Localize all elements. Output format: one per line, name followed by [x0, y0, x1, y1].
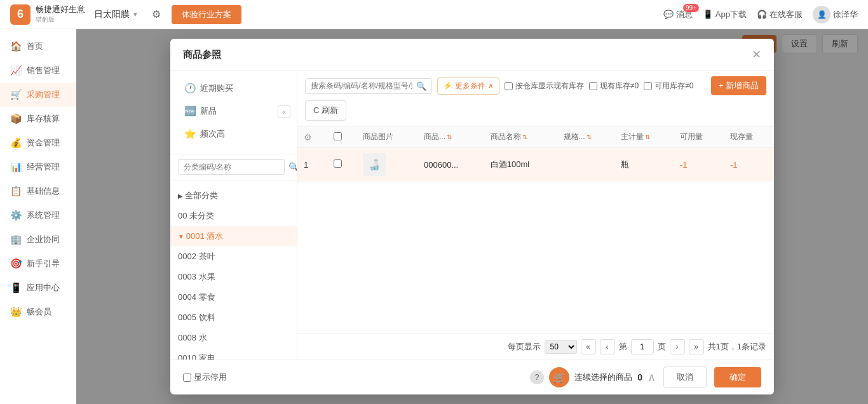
- cat-item-liquor[interactable]: 0001 酒水: [170, 226, 297, 246]
- cat-item-fruit[interactable]: 0003 水果: [170, 267, 297, 287]
- cat-item-all[interactable]: 全部分类: [170, 185, 297, 206]
- product-search-input[interactable]: [311, 81, 412, 90]
- row-checkbox[interactable]: [327, 148, 357, 182]
- next-page-btn[interactable]: ›: [670, 339, 685, 354]
- help-icon[interactable]: ?: [530, 370, 544, 384]
- settings-icon[interactable]: ⚙: [146, 4, 166, 25]
- cat-item-tea[interactable]: 0002 茶叶: [170, 246, 297, 267]
- user-profile-btn[interactable]: 👤 徐泽华: [813, 6, 858, 24]
- sidebar-item-finance[interactable]: 💰 资金管理: [0, 131, 76, 155]
- cat-item-beverages[interactable]: 0005 饮料: [170, 307, 297, 328]
- online-service-btn[interactable]: 🎧 在线客服: [757, 9, 803, 20]
- cat-item-appliances[interactable]: 0010 家电: [170, 348, 297, 360]
- product-table-wrap: ⚙ 商品图片 商品...⇅ 商品名称⇅ 规格...⇅ 主计量⇅ 可用量 现存量: [297, 126, 774, 333]
- warehouse-stock-checkbox[interactable]: [505, 82, 513, 90]
- row-image: 🍶: [356, 148, 417, 182]
- nav-new-products[interactable]: 🆕 新品: [177, 100, 241, 122]
- th-available: 可用量: [674, 126, 724, 148]
- row-code: 000600...: [417, 148, 484, 182]
- th-spec[interactable]: 规格...⇅: [557, 126, 614, 148]
- page-size-select[interactable]: 50 10 20 100: [545, 340, 577, 354]
- cat-item-water[interactable]: 0008 水: [170, 328, 297, 348]
- table-row[interactable]: 1 🍶 000600... 白酒100ml 瓶: [297, 148, 774, 182]
- row-no: 1: [297, 148, 327, 182]
- last-page-btn[interactable]: »: [689, 339, 704, 354]
- product-search-wrap: 🔍: [305, 78, 432, 94]
- nav-selector[interactable]: 日太阳膜 ▼: [86, 0, 146, 29]
- refresh-product-btn[interactable]: C 刷新: [305, 100, 346, 121]
- warehouse-stock-check[interactable]: 按仓库显示现有库存: [505, 81, 584, 91]
- available-stock-check[interactable]: 可用库存≠0: [644, 81, 693, 91]
- th-checkbox[interactable]: [327, 126, 357, 148]
- trial-btn[interactable]: 体验行业方案: [172, 5, 241, 24]
- spec-sort-icon: ⇅: [587, 133, 592, 140]
- logo-text: 畅捷通好生意: [36, 4, 85, 15]
- th-unit[interactable]: 主计量⇅: [614, 126, 674, 148]
- nav-frequent[interactable]: ⭐ 频次高: [177, 123, 241, 145]
- cart-label: 连续选择的商品: [574, 372, 632, 383]
- cart-icon[interactable]: 🛒: [549, 367, 569, 387]
- current-stock-checkbox[interactable]: [589, 82, 597, 90]
- confirm-btn[interactable]: 确定: [714, 367, 761, 387]
- management-icon: 📊: [10, 161, 22, 173]
- sidebar-item-sales[interactable]: 📈 销售管理: [0, 58, 76, 83]
- row-name: 白酒100ml: [484, 148, 557, 182]
- total-records: 共1页，1条记录: [708, 341, 766, 353]
- first-page-btn[interactable]: «: [581, 339, 596, 354]
- th-name[interactable]: 商品名称⇅: [484, 126, 557, 148]
- row-select-checkbox[interactable]: [334, 159, 342, 168]
- available-stock-checkbox[interactable]: [644, 82, 652, 90]
- cat-item-uncategorized[interactable]: 00 未分类: [170, 206, 297, 226]
- footer-cart-area: ? 🛒 连续选择的商品 0 ∧: [530, 367, 656, 387]
- row-stock: -1: [724, 148, 774, 182]
- sidebar-item-inventory[interactable]: 📦 库存核算: [0, 107, 76, 131]
- messages-btn[interactable]: 💬 消息 99+: [663, 9, 693, 20]
- table-header-row: ⚙ 商品图片 商品...⇅ 商品名称⇅ 规格...⇅ 主计量⇅ 可用量 现存量: [297, 126, 774, 148]
- more-filters-btn[interactable]: ⚡ 更多条件 ∧: [437, 77, 499, 95]
- th-settings[interactable]: ⚙: [297, 126, 327, 148]
- add-product-btn[interactable]: + 新增商品: [711, 76, 766, 95]
- sidebar-item-enterprise[interactable]: 🏢 企业协同: [0, 227, 76, 252]
- modal-close-icon[interactable]: ✕: [752, 48, 761, 62]
- enterprise-icon: 🏢: [10, 234, 22, 245]
- left-panel-top: 🕐 近期购买 🆕 新品 ⭐ 频次高: [170, 71, 297, 154]
- table-gear-icon[interactable]: ⚙: [304, 132, 312, 142]
- page-input[interactable]: [631, 339, 654, 354]
- sidebar-item-apps[interactable]: 📱 应用中心: [0, 276, 76, 300]
- prev-page-btn[interactable]: ‹: [600, 339, 615, 354]
- category-search-input[interactable]: [178, 159, 285, 175]
- sidebar-item-member[interactable]: 👑 畅会员: [0, 300, 76, 324]
- th-code[interactable]: 商品...⇅: [417, 126, 484, 148]
- cart-collapse-icon[interactable]: ∧: [648, 370, 656, 384]
- show-disabled-checkbox[interactable]: [183, 374, 191, 382]
- product-table: ⚙ 商品图片 商品...⇅ 商品名称⇅ 规格...⇅ 主计量⇅ 可用量 现存量: [297, 126, 774, 182]
- show-disabled-check[interactable]: 显示停用: [183, 372, 227, 383]
- row-unit: 瓶: [614, 148, 674, 182]
- current-stock-check[interactable]: 现有库存≠0: [589, 81, 639, 91]
- category-search-btn[interactable]: 🔍: [288, 162, 297, 172]
- code-sort-icon: ⇅: [447, 133, 452, 140]
- sidebar-item-home[interactable]: 🏠 首页: [0, 34, 76, 58]
- sidebar-item-purchase[interactable]: 🛒 采购管理: [0, 83, 76, 107]
- select-all-checkbox[interactable]: [334, 132, 342, 140]
- row-available: -1: [674, 148, 724, 182]
- sidebar-item-system[interactable]: ⚙️ 系统管理: [0, 203, 76, 227]
- modal-body: 🕐 近期购买 🆕 新品 ⭐ 频次高: [170, 71, 774, 360]
- nav-recent-purchases[interactable]: 🕐 近期购买: [177, 77, 241, 99]
- collapse-panel-btn[interactable]: «: [278, 105, 290, 118]
- modal-footer: 显示停用 ? 🛒 连续选择的商品 0 ∧ 取消 确定: [170, 360, 774, 394]
- sidebar-item-management[interactable]: 📊 经营管理: [0, 155, 76, 179]
- filter-chevron-icon: ∧: [488, 81, 494, 90]
- cat-item-snacks[interactable]: 0004 零食: [170, 287, 297, 307]
- logo-area: 6 畅捷通好生意 猎豹版: [10, 4, 86, 25]
- cancel-btn[interactable]: 取消: [663, 367, 707, 388]
- product-toolbar: 🔍 ⚡ 更多条件 ∧ 按仓库显示现有库存: [297, 71, 774, 126]
- product-search-icon[interactable]: 🔍: [416, 81, 426, 91]
- frequent-icon: ⭐: [184, 128, 196, 140]
- sidebar-item-basic[interactable]: 📋 基础信息: [0, 179, 76, 203]
- cart-count: 0: [637, 372, 642, 382]
- sidebar-item-guide[interactable]: 🎯 新手引导: [0, 252, 76, 276]
- sidebar: 🏠 首页 📈 销售管理 🛒 采购管理 📦 库存核算 💰 资金管理 📊 经营管理 …: [0, 29, 76, 404]
- product-thumbnail: 🍶: [363, 153, 386, 176]
- app-download-btn[interactable]: 📱 App下载: [703, 9, 747, 20]
